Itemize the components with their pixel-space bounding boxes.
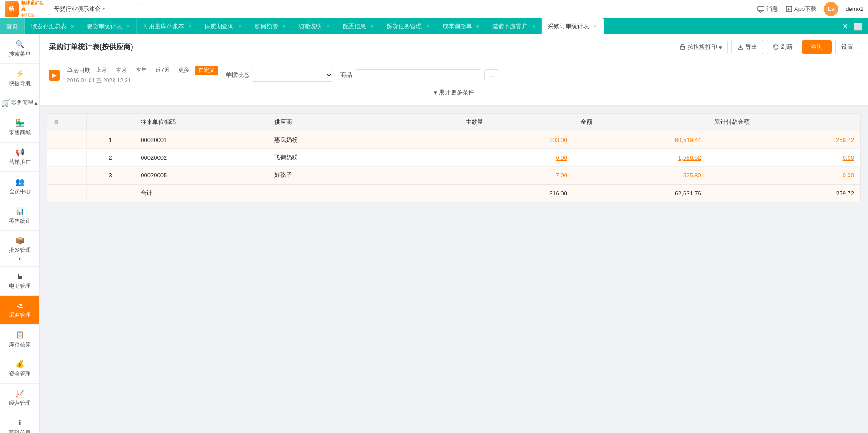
tab-purchase-stat-close[interactable]: × — [594, 24, 596, 29]
row2-paid-val[interactable]: 0.00 — [843, 154, 854, 161]
row2-amount-val[interactable]: 1,586.52 — [678, 154, 701, 161]
tab-config-info[interactable]: 配置信息 × — [336, 18, 380, 34]
sidebar-item-retail-mgmt[interactable]: 🛒 零售管理 ▲ — [0, 93, 39, 113]
date-this-year[interactable]: 本年 — [132, 66, 150, 75]
row1-paid-val[interactable]: 259.72 — [836, 137, 854, 143]
sidebar-item-search[interactable]: 🔍 搜索菜单 — [0, 34, 39, 64]
tab-func-desc-close[interactable]: × — [326, 24, 329, 29]
table-settings-icon[interactable]: ⚙ — [54, 119, 59, 126]
content-area: 🔍 搜索菜单 ⚡ 快捷导航 🛒 零售管理 ▲ 🏪 零售商城 📢 营销推广 👥 会… — [0, 34, 868, 433]
export-button[interactable]: 导出 — [731, 40, 763, 54]
tab-purchase-stat[interactable]: 采购订单统计表 × — [542, 18, 603, 34]
print-button[interactable]: 按模板打印 ▾ — [674, 40, 728, 54]
goods-more-btn[interactable]: ... — [484, 69, 499, 81]
row1-qty-val[interactable]: 303.00 — [549, 137, 567, 143]
tab-stock-ledger-close[interactable]: × — [189, 24, 191, 29]
row1-index-val: 1 — [108, 137, 112, 143]
sidebar-purchase-mgmt-label: 采购管理 — [9, 311, 31, 319]
row3-code: 00020005 — [134, 167, 268, 185]
sidebar-item-finance-mgmt[interactable]: 💰 资金管理 — [0, 354, 39, 384]
col-supplier-label: 供应商 — [274, 119, 292, 125]
refresh-button[interactable]: 刷新 — [767, 40, 798, 54]
date-custom-badge[interactable]: 自定义 — [195, 66, 218, 75]
row2-supplier: 飞鹤奶粉 — [268, 149, 459, 167]
row3-amount-val[interactable]: 525.80 — [683, 172, 701, 179]
sidebar-item-ops-mgmt[interactable]: 📈 经营管理 — [0, 384, 39, 413]
nav-restore-btn[interactable]: ⬜ — [852, 20, 864, 33]
table-area: ⚙ 往来单位编码 供应商 主数量 金额 — [40, 106, 868, 433]
sidebar-item-purchase-mgmt[interactable]: 🛍 采购管理 — [0, 296, 39, 325]
tab-invite-downstream-close[interactable]: × — [532, 24, 535, 29]
row1-amount-val[interactable]: 60,519.44 — [675, 137, 701, 143]
logo-text: 畅 — [9, 5, 14, 12]
row3-amount: 525.80 — [574, 167, 708, 185]
tab-home[interactable]: 首页 — [0, 18, 25, 34]
date-7days[interactable]: 近7天 — [152, 66, 173, 75]
tab-overstock-alert[interactable]: 超储预警 × — [248, 18, 292, 34]
tab-config-info-close[interactable]: × — [371, 24, 373, 29]
nav-tabs-end: ✕ ⬜ — [840, 20, 868, 33]
sidebar-item-basic-info[interactable]: ℹ 基础信息 — [0, 413, 39, 433]
row1-paid: 259.72 — [708, 131, 860, 149]
tab-receive-send[interactable]: 收发存汇总表 × — [25, 18, 80, 34]
table-row: 3 00020005 好孩子 7.00 525.80 — [47, 167, 861, 185]
sidebar: 🔍 搜索菜单 ⚡ 快捷导航 🛒 零售管理 ▲ 🏪 零售商城 📢 营销推广 👥 会… — [0, 34, 40, 433]
query-button[interactable]: 查询 — [802, 40, 832, 54]
app-download-action[interactable]: App下载 — [785, 5, 816, 13]
tab-receive-send-close[interactable]: × — [71, 24, 74, 29]
goods-input[interactable] — [355, 69, 481, 81]
sidebar-item-retail-stats[interactable]: 📊 零售统计 — [0, 201, 39, 231]
tab-expiry-query-close[interactable]: × — [238, 24, 241, 29]
sidebar-item-marketing[interactable]: 📢 营销推广 — [0, 143, 39, 172]
expand-more-btn[interactable]: ▾ 展开更多条件 — [434, 88, 474, 96]
sidebar-stock-check-label: 库存核算 — [9, 341, 31, 348]
sidebar-item-quick-nav[interactable]: ⚡ 快捷导航 — [0, 64, 39, 93]
nav-close-btn[interactable]: ✕ — [840, 20, 850, 33]
tab-cost-adjust[interactable]: 成本调整单 × — [436, 18, 486, 34]
filter-toggle-btn[interactable]: ▶ — [49, 70, 60, 81]
table-footer: 合计 316.00 62,631.76 259.72 — [47, 184, 861, 202]
message-action[interactable]: 消息 — [757, 5, 778, 13]
workspace-selector[interactable]: 母婴行业演示账套 ▾ — [49, 3, 139, 15]
tab-receive-send-label: 收发存汇总表 — [31, 22, 66, 30]
row2-qty-val[interactable]: 6.00 — [556, 154, 567, 161]
filter-status-group: 单据状态 — [226, 69, 333, 82]
footer-supplier-empty — [268, 184, 459, 202]
tab-order-stat[interactable]: 要货单统计表 × — [80, 18, 136, 34]
date-this-month[interactable]: 本月 — [112, 66, 130, 75]
sidebar-item-stock-check[interactable]: 📋 库存核算 — [0, 325, 39, 354]
tab-expiry-query-label: 保质期查询 — [204, 22, 234, 30]
tab-invite-downstream[interactable]: 邀请下游客户 × — [486, 18, 542, 34]
col-settings[interactable]: ⚙ — [47, 114, 87, 131]
search-icon: 🔍 — [15, 40, 24, 48]
row1-amount: 60,519.44 — [574, 131, 708, 149]
row3-paid-val[interactable]: 0.00 — [843, 172, 854, 179]
tab-func-desc[interactable]: 功能说明 × — [292, 18, 336, 34]
date-more[interactable]: 更多 — [175, 66, 193, 75]
tab-cost-adjust-close[interactable]: × — [476, 24, 479, 29]
sidebar-item-wholesale-mgmt[interactable]: 📦 批发管理 ▾ — [0, 231, 39, 267]
tab-expiry-query[interactable]: 保质期查询 × — [198, 18, 248, 34]
sidebar-item-member-center[interactable]: 👥 会员中心 — [0, 172, 39, 201]
sidebar-search-label: 搜索菜单 — [9, 50, 31, 58]
tab-overstock-alert-label: 超储预警 — [255, 22, 278, 30]
settings-button[interactable]: 设置 — [835, 40, 859, 54]
tab-stock-ledger[interactable]: 可用量库存账本 × — [137, 18, 198, 34]
sidebar-item-ecommerce-mgmt[interactable]: 🖥 电商管理 — [0, 267, 39, 296]
sidebar-retail-mgmt-label: 零售管理 — [11, 99, 33, 107]
user-avatar[interactable]: Ea — [824, 2, 838, 16]
tab-picking-task[interactable]: 拣货任务管理 × — [380, 18, 436, 34]
finance-mgmt-icon: 💰 — [15, 360, 24, 368]
date-last-month[interactable]: 上月 — [92, 66, 110, 75]
tab-overstock-alert-close[interactable]: × — [283, 24, 285, 29]
tab-order-stat-close[interactable]: × — [127, 24, 129, 29]
row1-code-val: 00020001 — [141, 137, 167, 143]
col-supplier-header: 供应商 — [268, 114, 459, 131]
row3-qty-val[interactable]: 7.00 — [556, 172, 567, 179]
refresh-label: 刷新 — [781, 43, 793, 51]
filter-date-group: 单据日期 上月 本月 本年 近7天 更多 自定义 2016-01-01 至 20… — [67, 66, 218, 85]
user-name[interactable]: demo2 — [845, 5, 863, 12]
tab-picking-task-close[interactable]: × — [426, 24, 429, 29]
status-select[interactable] — [252, 69, 333, 82]
sidebar-item-retail-store[interactable]: 🏪 零售商城 — [0, 113, 39, 143]
